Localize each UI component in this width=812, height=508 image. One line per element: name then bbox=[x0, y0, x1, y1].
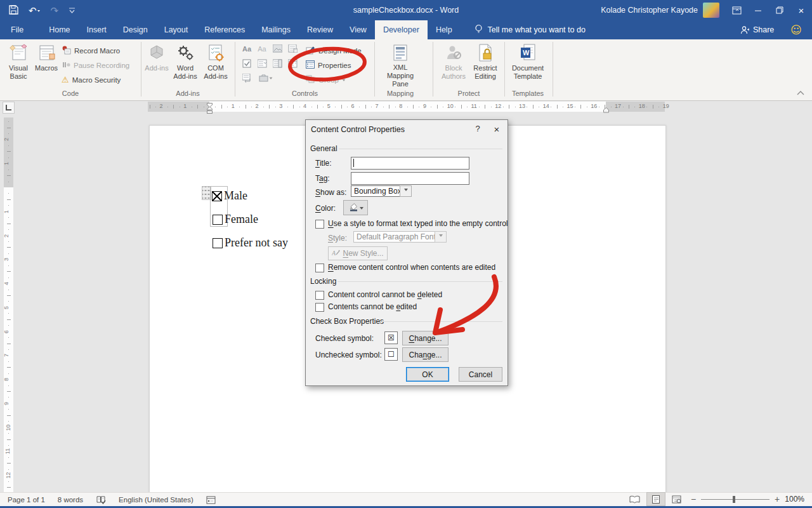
picture-control-icon[interactable] bbox=[272, 43, 283, 54]
legacy-tools-icon[interactable] bbox=[256, 72, 275, 83]
com-addins-button[interactable]: COM Add-ins bbox=[201, 41, 230, 88]
minimize-button[interactable] bbox=[747, 0, 769, 20]
print-layout-button[interactable] bbox=[646, 492, 665, 506]
tell-me-box[interactable]: Tell me what you want to do bbox=[461, 20, 586, 39]
checkbox-prefer-not-say[interactable] bbox=[213, 238, 223, 248]
tab-references[interactable]: References bbox=[196, 20, 253, 39]
section-general: General bbox=[310, 144, 337, 153]
macro-security-button[interactable]: ⚠ Macro Security bbox=[62, 74, 121, 85]
tab-home[interactable]: Home bbox=[41, 20, 78, 39]
cannot-delete-checkbox[interactable] bbox=[315, 291, 324, 300]
tag-input[interactable] bbox=[351, 172, 469, 185]
checkbox-male[interactable] bbox=[212, 191, 222, 201]
checkbox-item-female[interactable]: Female bbox=[213, 213, 258, 226]
proofing-icon[interactable] bbox=[89, 495, 112, 504]
properties-button[interactable]: Properties bbox=[306, 60, 351, 70]
collapse-ribbon-icon[interactable] bbox=[797, 89, 804, 98]
v-ruler[interactable]: 21123456789101112 bbox=[4, 117, 13, 492]
zoom-level[interactable]: 100% bbox=[785, 495, 807, 504]
tab-insert[interactable]: Insert bbox=[79, 20, 115, 39]
show-as-dropdown[interactable]: Bounding Box bbox=[351, 185, 412, 197]
use-style-label[interactable]: Use a style to format text typed into th… bbox=[328, 219, 508, 228]
right-indent-marker[interactable] bbox=[603, 106, 610, 115]
use-style-checkbox[interactable] bbox=[315, 220, 324, 229]
tab-design[interactable]: Design bbox=[115, 20, 156, 39]
zoom-in-button[interactable]: + bbox=[772, 494, 782, 504]
smiley-feedback-icon[interactable]: ☺ bbox=[790, 23, 802, 36]
change-unchecked-button[interactable]: Change... bbox=[402, 347, 449, 362]
checkbox-control-icon[interactable] bbox=[241, 58, 252, 69]
checkbox-female[interactable] bbox=[213, 215, 223, 225]
read-mode-button[interactable] bbox=[626, 493, 644, 505]
aa-plaintext-icon[interactable]: Aa bbox=[256, 43, 268, 54]
tab-layout[interactable]: Layout bbox=[156, 20, 197, 39]
title-bar: ↶ ↷ sampleCheckbox.docx - Word Kolade Ch… bbox=[0, 0, 812, 20]
tab-help[interactable]: Help bbox=[428, 20, 461, 39]
dialog-close-button[interactable]: × bbox=[490, 124, 504, 135]
zoom-out-button[interactable]: − bbox=[688, 494, 698, 504]
color-picker-button[interactable] bbox=[343, 200, 368, 215]
cannot-edit-label[interactable]: Contents cannot be edited bbox=[328, 302, 417, 311]
checkbox-item-prefer-not-say[interactable]: Prefer not say bbox=[213, 236, 288, 250]
record-macro-button[interactable]: Record Macro bbox=[62, 45, 120, 56]
dialog-title: Content Control Properties bbox=[311, 125, 405, 134]
zoom-slider[interactable] bbox=[701, 499, 769, 500]
tab-mailings[interactable]: Mailings bbox=[253, 20, 299, 39]
macros-button[interactable]: Macros bbox=[33, 41, 60, 88]
com-addins-label: COM Add-ins bbox=[201, 64, 230, 81]
change-checked-button[interactable]: Change... bbox=[402, 331, 449, 345]
tab-file[interactable]: File bbox=[3, 20, 32, 39]
tab-developer[interactable]: Developer bbox=[375, 20, 428, 39]
restore-down-button[interactable] bbox=[769, 0, 790, 20]
macro-security-icon: ⚠ bbox=[62, 75, 69, 84]
macro-record-icon[interactable] bbox=[200, 496, 222, 504]
tell-me-label: Tell me what you want to do bbox=[488, 25, 586, 34]
title-input[interactable] bbox=[351, 157, 469, 170]
date-picker-icon[interactable] bbox=[287, 58, 298, 69]
remove-content-control-checkbox[interactable] bbox=[315, 264, 324, 272]
tab-view[interactable]: View bbox=[341, 20, 375, 39]
word-count[interactable]: 8 words bbox=[51, 496, 89, 504]
cannot-edit-checkbox[interactable] bbox=[315, 303, 324, 312]
show-as-dropdown-arrow-icon[interactable] bbox=[400, 185, 412, 197]
tab-selector[interactable] bbox=[3, 102, 15, 114]
style-dropdown-arrow-icon bbox=[435, 231, 447, 243]
word-addins-button[interactable]: Word Add-ins bbox=[171, 41, 199, 88]
share-button[interactable]: Share bbox=[740, 25, 774, 34]
aa-richtext-icon[interactable]: Aa bbox=[241, 43, 252, 54]
visual-basic-button[interactable]: Visual Basic bbox=[4, 41, 33, 88]
document-template-button[interactable]: W Document Template bbox=[509, 41, 547, 88]
cancel-button[interactable]: Cancel bbox=[459, 367, 502, 382]
dialog-help-button[interactable]: ? bbox=[471, 124, 485, 133]
h-ruler[interactable]: 2112345678910111213141516171819 bbox=[148, 102, 665, 112]
restrict-editing-button[interactable]: Restrict Editing bbox=[471, 41, 500, 88]
hanging-indent-marker[interactable] bbox=[206, 107, 213, 116]
ribbon-display-options-icon[interactable] bbox=[726, 0, 747, 20]
account-user-name[interactable]: Kolade Christopher Kayode bbox=[601, 6, 698, 15]
close-button[interactable]: × bbox=[790, 0, 812, 20]
pause-recording-icon bbox=[62, 61, 70, 70]
ok-button[interactable]: OK bbox=[406, 367, 449, 382]
xml-mapping-pane-button[interactable]: XML Mapping Pane bbox=[379, 41, 421, 88]
checkbox-item-male[interactable]: Male bbox=[212, 189, 247, 203]
zoom-slider-thumb[interactable] bbox=[733, 496, 735, 503]
cannot-delete-label[interactable]: Content control cannot be deleted bbox=[328, 290, 442, 299]
page-indicator[interactable]: Page 1 of 1 bbox=[0, 496, 51, 504]
pause-recording-label: Pause Recording bbox=[74, 62, 129, 69]
combo-box-icon[interactable] bbox=[256, 58, 268, 69]
share-label: Share bbox=[753, 25, 774, 34]
web-layout-button[interactable] bbox=[668, 493, 686, 505]
tab-review[interactable]: Review bbox=[299, 20, 341, 39]
group-label-mapping: Mapping bbox=[378, 90, 422, 97]
share-person-icon bbox=[740, 25, 749, 34]
avatar[interactable] bbox=[703, 3, 719, 18]
language-indicator[interactable]: English (United States) bbox=[112, 496, 200, 504]
show-as-value: Bounding Box bbox=[351, 185, 400, 197]
remove-content-control-label[interactable]: Remove content control when contents are… bbox=[328, 263, 495, 272]
pause-recording-button: Pause Recording bbox=[62, 60, 129, 70]
dropdown-list-icon[interactable] bbox=[272, 58, 283, 69]
cancel-label: Cancel bbox=[469, 370, 492, 379]
design-mode-button[interactable]: Design Mode bbox=[306, 45, 362, 56]
repeating-section-icon[interactable] bbox=[241, 72, 252, 83]
building-block-icon[interactable] bbox=[287, 43, 298, 54]
